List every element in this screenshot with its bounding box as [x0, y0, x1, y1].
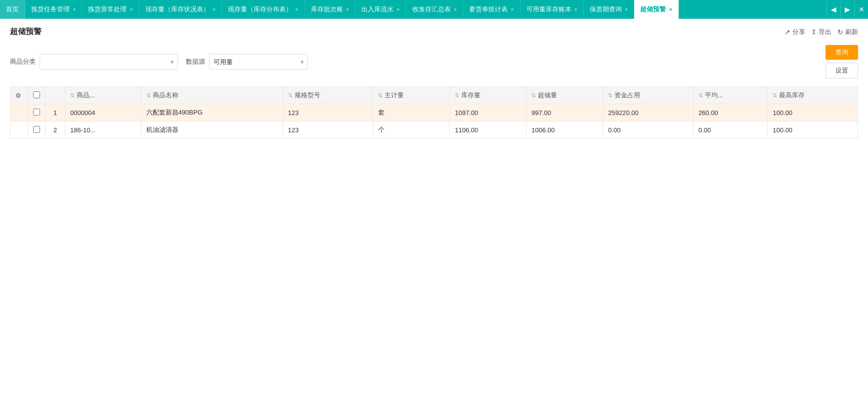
nav-prev-button[interactable]: ◀ — [826, 0, 840, 19]
nav-item-close-4[interactable]: × — [346, 6, 349, 12]
nav-item-1[interactable]: 拣货异常处理× — [82, 0, 139, 19]
share-button[interactable]: ↗ 分享 — [784, 28, 805, 37]
nav-item-label-8: 可用量库存账本 — [526, 5, 571, 14]
nav-item-close-5[interactable]: × — [396, 6, 399, 12]
nav-item-0[interactable]: 拣货任务管理× — [25, 0, 82, 19]
row-name-0: 六配套新昌490BPG — [141, 104, 283, 121]
row-cb-0 — [28, 104, 45, 121]
row-cb-1 — [28, 121, 45, 139]
th-avg[interactable]: 平均... — [693, 87, 767, 104]
nav-item-label-5: 出入库流水 — [361, 5, 393, 14]
nav-item-close-10[interactable]: × — [669, 6, 672, 12]
nav-item-3[interactable]: 现存量（库存分布表）× — [222, 0, 304, 19]
row-spec-1: 123 — [283, 121, 373, 139]
datasource-select[interactable]: 可用量 — [209, 54, 308, 70]
row-code-0: 0000004 — [65, 104, 141, 121]
refresh-label: 刷新 — [845, 28, 858, 37]
nav-item-6[interactable]: 收发存汇总表× — [406, 0, 463, 19]
select-all-checkbox[interactable] — [33, 91, 40, 98]
export-button[interactable]: ↥ 导出 — [811, 28, 831, 37]
page-content: 超储预警 ↗ 分享 ↥ 导出 ↻ 刷新 商品分类 — [0, 19, 868, 395]
row-unit-0: 套 — [373, 104, 450, 121]
nav-item-9[interactable]: 保质期查询× — [584, 0, 634, 19]
category-select[interactable] — [40, 54, 178, 70]
filter-btn-group: 查询 设置 — [825, 45, 858, 79]
th-num — [45, 87, 65, 104]
nav-item-close-1[interactable]: × — [130, 6, 132, 12]
row-num-0: 1 — [45, 104, 65, 121]
nav-home[interactable]: 首页 — [0, 0, 25, 19]
row-spec-0: 123 — [283, 104, 373, 121]
nav-item-close-7[interactable]: × — [511, 6, 514, 12]
row-checkbox-0[interactable] — [33, 109, 40, 116]
nav-next-button[interactable]: ▶ — [840, 0, 854, 19]
th-spec[interactable]: 规格型号 — [283, 87, 373, 104]
filters-section: 商品分类 数据源 可用量 查询 设置 — [10, 45, 858, 79]
row-max-1: 100.00 — [768, 121, 858, 139]
row-code-1: 186-10... — [65, 121, 141, 139]
th-code[interactable]: 商品... — [65, 87, 141, 104]
category-filter-group: 商品分类 — [10, 54, 178, 70]
table-header: ⚙ 商品... 商品名称 规格型号 主计量 库存量 超储量 资金占用 平均...… — [10, 87, 858, 104]
row-max-0: 100.00 — [768, 104, 858, 121]
refresh-icon: ↻ — [837, 28, 843, 36]
nav-item-close-9[interactable]: × — [625, 6, 628, 12]
th-checkbox — [28, 87, 45, 104]
th-name[interactable]: 商品名称 — [141, 87, 283, 104]
row-over-0: 997.00 — [526, 104, 603, 121]
th-gear[interactable]: ⚙ — [10, 87, 28, 104]
row-avg-1: 0.00 — [693, 121, 767, 139]
data-table: ⚙ 商品... 商品名称 规格型号 主计量 库存量 超储量 资金占用 平均...… — [10, 86, 858, 139]
page-title: 超储预警 — [10, 27, 42, 37]
row-num-1: 2 — [45, 121, 65, 139]
nav-item-5[interactable]: 出入库流水× — [355, 0, 406, 19]
query-button[interactable]: 查询 — [825, 45, 858, 60]
table-row: 1 0000004 六配套新昌490BPG 123 套 1097.00 997.… — [10, 104, 858, 121]
row-stock-0: 1097.00 — [450, 104, 526, 121]
row-capital-0: 259220.00 — [603, 104, 694, 121]
datasource-filter-group: 数据源 可用量 — [186, 54, 308, 70]
nav-item-label-0: 拣货任务管理 — [31, 5, 70, 14]
nav-item-7[interactable]: 要货单统计表× — [463, 0, 520, 19]
nav-item-label-6: 收发存汇总表 — [412, 5, 451, 14]
nav-item-4[interactable]: 库存批次账× — [305, 0, 355, 19]
page-header: 超储预警 ↗ 分享 ↥ 导出 ↻ 刷新 — [10, 27, 858, 37]
nav-item-label-3: 现存量（库存分布表） — [228, 5, 292, 14]
th-capital[interactable]: 资金占用 — [603, 87, 694, 104]
th-over[interactable]: 超储量 — [526, 87, 603, 104]
export-label: 导出 — [819, 28, 831, 37]
nav-item-label-4: 库存批次账 — [311, 5, 343, 14]
nav-item-close-2[interactable]: × — [213, 6, 216, 12]
datasource-label: 数据源 — [186, 57, 205, 66]
row-gear-1 — [10, 121, 28, 139]
nav-item-label-1: 拣货异常处理 — [88, 5, 127, 14]
nav-item-close-3[interactable]: × — [295, 6, 298, 12]
share-icon: ↗ — [784, 28, 790, 36]
nav-item-close-0[interactable]: × — [73, 6, 76, 12]
share-label: 分享 — [792, 28, 805, 37]
header-actions: ↗ 分享 ↥ 导出 ↻ 刷新 — [784, 28, 858, 37]
category-select-wrap — [40, 54, 178, 70]
category-label: 商品分类 — [10, 57, 36, 66]
row-avg-0: 260.00 — [693, 104, 767, 121]
th-stock[interactable]: 库存量 — [450, 87, 526, 104]
nav-item-8[interactable]: 可用量库存账本× — [521, 0, 584, 19]
row-name-1: 机油滤清器 — [141, 121, 283, 139]
nav-item-close-8[interactable]: × — [574, 6, 577, 12]
datasource-select-wrap: 可用量 — [209, 54, 308, 70]
row-stock-1: 1106.00 — [450, 121, 526, 139]
table-row: 2 186-10... 机油滤清器 123 个 1106.00 1006.00 … — [10, 121, 858, 139]
settings-button[interactable]: 设置 — [825, 63, 858, 79]
nav-item-10[interactable]: 超储预警× — [634, 0, 678, 19]
row-gear-0 — [10, 104, 28, 121]
nav-item-2[interactable]: 现存量（库存状况表）× — [139, 0, 222, 19]
refresh-button[interactable]: ↻ 刷新 — [837, 28, 858, 37]
nav-item-close-6[interactable]: × — [454, 6, 457, 12]
nav-bar: 首页 拣货任务管理×拣货异常处理×现存量（库存状况表）×现存量（库存分布表）×库… — [0, 0, 868, 19]
th-max[interactable]: 最高库存 — [768, 87, 858, 104]
nav-close-button[interactable]: ✕ — [854, 0, 868, 19]
row-checkbox-1[interactable] — [33, 126, 40, 133]
th-unit[interactable]: 主计量 — [373, 87, 450, 104]
nav-arrows: ◀ ▶ ✕ — [826, 0, 868, 19]
table-body: 1 0000004 六配套新昌490BPG 123 套 1097.00 997.… — [10, 104, 858, 139]
